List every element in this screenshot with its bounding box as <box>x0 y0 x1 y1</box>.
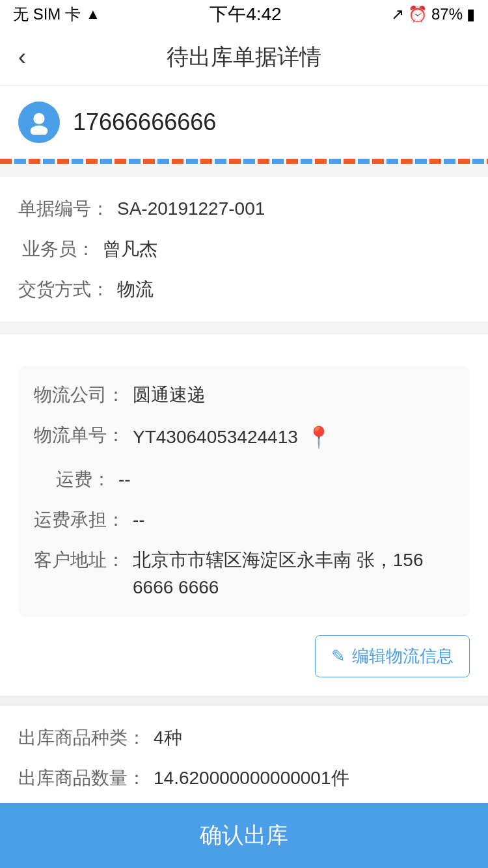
edit-icon: ✎ <box>331 646 346 666</box>
delivery-method-value: 物流 <box>117 276 470 303</box>
goods-type-label: 出库商品种类： <box>18 724 154 752</box>
freight-bearer-row: 运费承担： -- <box>34 506 454 534</box>
freight-value: -- <box>118 466 454 493</box>
dashed-divider <box>0 159 488 164</box>
document-number-label: 单据编号： <box>18 195 117 223</box>
basic-info-section: 单据编号： SA-20191227-001 业务员： 曾凡杰 交货方式： 物流 <box>0 177 488 321</box>
address-row: 客户地址： 北京市市辖区海淀区永丰南 张，156 6666 6666 <box>34 547 454 601</box>
alarm-icon: ⏰ <box>408 5 427 23</box>
svg-point-1 <box>31 126 48 135</box>
gray-divider <box>0 696 488 706</box>
edit-logistics-button[interactable]: ✎ 编辑物流信息 <box>315 635 470 677</box>
map-pin-icon[interactable]: 📍 <box>306 422 332 453</box>
status-time: 下午4:42 <box>210 2 282 27</box>
freight-label: 运费： <box>34 466 118 493</box>
logistics-section: 物流公司： 圆通速递 物流单号： YT43064053424413 📍 运费： … <box>0 334 488 696</box>
tracking-number-label: 物流单号： <box>34 422 133 449</box>
delivery-method-label: 交货方式： <box>18 276 117 303</box>
logistics-card: 物流公司： 圆通速递 物流单号： YT43064053424413 📍 运费： … <box>18 366 470 617</box>
address-label: 客户地址： <box>34 547 133 574</box>
confirm-outbound-label: 确认出库 <box>200 821 288 850</box>
delivery-method-row: 交货方式： 物流 <box>18 276 470 303</box>
battery-icon: ▮ <box>467 5 475 23</box>
edit-logistics-label: 编辑物流信息 <box>352 645 454 668</box>
freight-bearer-label: 运费承担： <box>34 506 133 534</box>
goods-type-value: 4种 <box>154 724 470 752</box>
tracking-number-text: YT43064053424413 <box>133 424 298 451</box>
freight-row: 运费： -- <box>34 466 454 493</box>
freight-bearer-value: -- <box>133 506 454 534</box>
status-right: ↗ ⏰ 87% ▮ <box>391 5 475 23</box>
logistics-company-label: 物流公司： <box>34 381 133 409</box>
battery-text: 87% <box>431 5 463 23</box>
status-left: 无 SIM 卡 ▲ <box>13 4 100 25</box>
tracking-number-row: 物流单号： YT43064053424413 📍 <box>34 422 454 453</box>
goods-quantity-label: 出库商品数量： <box>18 765 154 792</box>
edit-logistics-container: ✎ 编辑物流信息 <box>18 635 470 677</box>
tracking-number-value: YT43064053424413 📍 <box>133 422 454 453</box>
goods-quantity-value: 14.620000000000001件 <box>154 765 470 792</box>
customer-phone: 17666666666 <box>73 109 216 136</box>
customer-header: 17666666666 <box>0 86 488 159</box>
salesperson-label: 业务员： <box>18 236 103 263</box>
carrier-text: 无 SIM 卡 <box>13 4 81 25</box>
location-icon: ↗ <box>391 5 404 23</box>
svg-point-0 <box>33 113 44 124</box>
document-number-row: 单据编号： SA-20191227-001 <box>18 195 470 223</box>
document-number-value: SA-20191227-001 <box>117 195 470 223</box>
wifi-icon: ▲ <box>86 6 100 23</box>
nav-bar: ‹ 待出库单据详情 <box>0 29 488 86</box>
confirm-outbound-button[interactable]: 确认出库 <box>0 803 488 868</box>
avatar <box>18 102 60 143</box>
goods-type-row: 出库商品种类： 4种 <box>18 724 470 752</box>
logistics-company-value: 圆通速递 <box>133 381 454 409</box>
salesperson-row: 业务员： 曾凡杰 <box>18 236 470 263</box>
page-title: 待出库单据详情 <box>167 42 321 72</box>
goods-quantity-row: 出库商品数量： 14.620000000000001件 <box>18 765 470 792</box>
person-icon <box>27 110 51 135</box>
status-bar: 无 SIM 卡 ▲ 下午4:42 ↗ ⏰ 87% ▮ <box>0 0 488 29</box>
logistics-company-row: 物流公司： 圆通速递 <box>34 381 454 409</box>
back-button[interactable]: ‹ <box>18 44 26 71</box>
address-value: 北京市市辖区海淀区永丰南 张，156 6666 6666 <box>133 547 454 601</box>
salesperson-value: 曾凡杰 <box>103 236 470 263</box>
